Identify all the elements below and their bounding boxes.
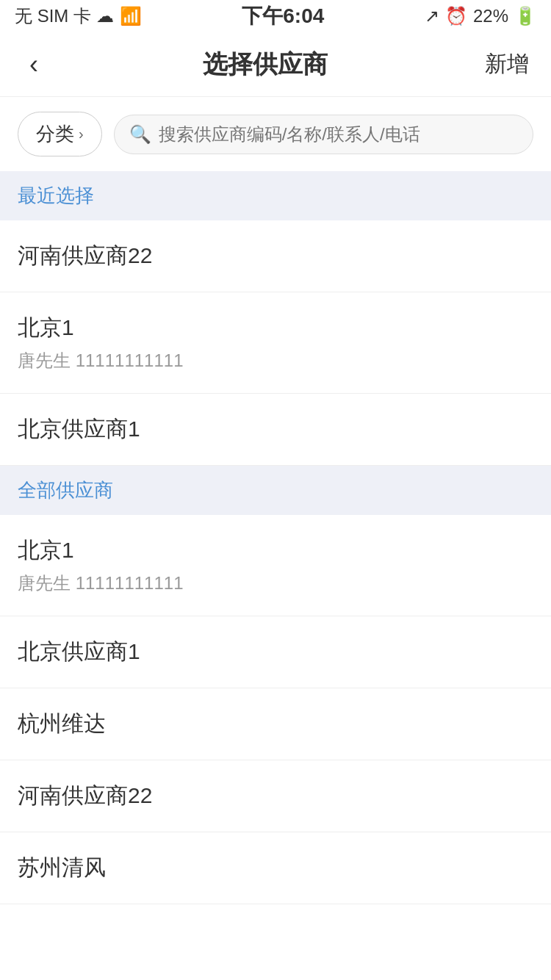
status-bar: 无 SIM 卡 ☁ 📶 下午6:04 ↗ ⏰ 22% 🔋 — [0, 0, 551, 32]
back-button[interactable]: ‹ — [22, 42, 46, 87]
no-sim-text: 无 SIM 卡 ☁ — [15, 4, 114, 28]
recent-section-header: 最近选择 — [0, 171, 551, 220]
recent-list: 河南供应商22 北京1 唐先生 11111111111北京供应商1 — [0, 220, 551, 466]
status-left: 无 SIM 卡 ☁ 📶 — [15, 4, 142, 28]
list-item[interactable]: 北京1 唐先生 11111111111 — [0, 515, 551, 616]
alarm-icon: ⏰ — [445, 6, 467, 26]
battery-icon: 🔋 — [514, 6, 536, 26]
status-right: ↗ ⏰ 22% 🔋 — [425, 6, 536, 26]
item-name: 北京供应商1 — [18, 414, 533, 444]
item-name: 河南供应商22 — [18, 781, 533, 811]
recent-section-label: 最近选择 — [18, 184, 94, 206]
list-item[interactable]: 河南供应商22 — [0, 760, 551, 832]
search-input[interactable] — [159, 124, 518, 145]
search-icon: 🔍 — [129, 124, 151, 145]
list-item[interactable]: 北京1 唐先生 11111111111 — [0, 292, 551, 394]
chevron-right-icon: › — [79, 126, 84, 143]
item-name: 苏州清风 — [18, 853, 533, 883]
list-item[interactable]: 北京供应商1 — [0, 616, 551, 688]
item-name: 杭州维达 — [18, 709, 533, 739]
battery-text: 22% — [473, 6, 508, 26]
all-section-label: 全部供应商 — [18, 479, 113, 501]
item-name: 北京1 — [18, 313, 533, 343]
category-label: 分类 — [36, 121, 74, 147]
list-item[interactable]: 杭州维达 — [0, 688, 551, 760]
item-name: 北京供应商1 — [18, 637, 533, 667]
category-button[interactable]: 分类 › — [18, 112, 102, 156]
all-section-header: 全部供应商 — [0, 466, 551, 515]
item-name: 北京1 — [18, 536, 533, 566]
nav-bar: ‹ 选择供应商 新增 — [0, 32, 551, 97]
location-icon: ↗ — [425, 6, 439, 26]
item-sub: 唐先生 11111111111 — [18, 572, 533, 595]
item-sub: 唐先生 11111111111 — [18, 349, 533, 372]
list-item[interactable]: 河南供应商22 — [0, 220, 551, 292]
all-list: 北京1 唐先生 11111111111北京供应商1 杭州维达 河南供应商22 苏… — [0, 515, 551, 904]
wifi-icon: 📶 — [120, 6, 142, 26]
filter-bar: 分类 › 🔍 — [0, 97, 551, 171]
page-title: 选择供应商 — [203, 48, 328, 82]
search-box[interactable]: 🔍 — [114, 115, 533, 154]
add-button[interactable]: 新增 — [485, 49, 529, 79]
list-item[interactable]: 北京供应商1 — [0, 394, 551, 466]
list-item[interactable]: 苏州清风 — [0, 832, 551, 904]
item-name: 河南供应商22 — [18, 241, 533, 271]
status-time: 下午6:04 — [242, 2, 324, 30]
